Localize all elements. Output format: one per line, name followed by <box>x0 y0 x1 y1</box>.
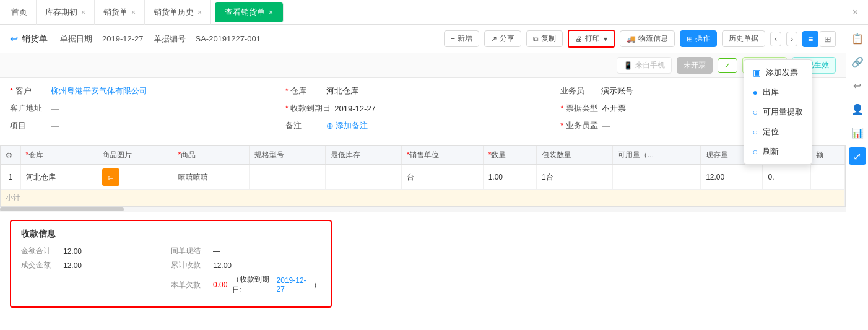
operations-button[interactable]: ⊞ 操作 <box>680 30 717 47</box>
invoice-type-label: 票据类型 <box>560 103 598 114</box>
info-same-order: 同单现结 — <box>171 246 321 256</box>
doc-header: ↩ 销货单 单据日期 2019-12-27 单据编号 SA-20191227-0… <box>0 25 846 53</box>
info-cumulative: 累计收款 12.00 <box>171 260 321 271</box>
row-qty: 1.00 <box>483 165 536 190</box>
doc-date-label: 单据日期 <box>60 33 92 45</box>
th-min-stock: 最低库存 <box>325 146 401 165</box>
info-total-amount: 金额合计 12.00 <box>21 246 171 256</box>
outbound-icon: ● <box>753 87 758 97</box>
sidebar-icon-clipboard[interactable]: 📋 <box>849 30 866 47</box>
note-label: 备注 <box>285 120 323 131</box>
address-value: — <box>51 104 59 113</box>
th-pack-qty: 包装数量 <box>537 146 613 165</box>
scroll-thumb <box>0 207 124 211</box>
not-open-ticket-button[interactable]: 未开票 <box>677 57 713 74</box>
add-note-button[interactable]: ⊕ 添加备注 <box>326 120 368 131</box>
window-close-button[interactable]: × <box>848 7 863 18</box>
doc-date-value: 2019-12-27 <box>102 34 144 43</box>
tab-sales-history-close[interactable]: × <box>197 8 202 17</box>
toolbar-row: 📱 来自手机 未开票 ✓ ✓ 已核销 ✓ 已生效 <box>0 53 846 78</box>
prev-record-button[interactable]: ‹ <box>770 32 781 46</box>
share-button[interactable]: ↗ 分享 <box>484 30 521 47</box>
tab-home[interactable]: 首页 <box>5 0 37 25</box>
new-button[interactable]: + 新增 <box>444 30 479 47</box>
customer-value[interactable]: 柳州粤港平安气体有限公司 <box>51 85 147 97</box>
tab-sales-history[interactable]: 销货单历史 × <box>145 0 211 25</box>
dropdown-refresh[interactable]: ○ 刷新 <box>744 142 812 162</box>
warehouse-label: 仓库 <box>285 85 323 97</box>
form-row-2: 客户地址 — 收款到期日 2019-12-27 票据类型 不开票 <box>10 103 836 114</box>
tab-view-sales-close[interactable]: × <box>269 8 273 17</box>
list-view-button[interactable]: ≡ <box>802 31 818 47</box>
th-unit: *销售单位 <box>401 146 483 165</box>
copy-button[interactable]: ⧉ 复制 <box>526 30 563 47</box>
cumulative-label: 累计收款 <box>171 260 208 271</box>
row-amount <box>811 165 845 190</box>
payment-date-value: 2019-12-27 <box>334 104 376 113</box>
th-settings[interactable]: ⚙ <box>1 146 20 165</box>
th-warehouse: *仓库 <box>20 146 97 165</box>
tab-sales-order-close[interactable]: × <box>131 8 136 17</box>
from-phone-button[interactable]: 📱 来自手机 <box>617 57 672 74</box>
row-product: 嘻嘻嘻嘻 <box>173 165 249 190</box>
warehouse-field: 仓库 河北仓库 <box>285 85 561 97</box>
info-deal-amount: 成交金额 12.00 <box>21 260 171 271</box>
sidebar-icon-return[interactable]: ↩ <box>849 77 866 94</box>
operations-icon: ⊞ <box>687 35 693 43</box>
row-pack-qty: 1台 <box>537 165 613 190</box>
due-note-end: ） <box>313 280 321 290</box>
right-sidebar: 📋 🔗 ↩ 👤 📊 ⤢ <box>846 25 868 330</box>
history-button[interactable]: 历史单据 <box>722 30 765 47</box>
dropdown-locate[interactable]: ○ 定位 <box>744 122 812 142</box>
refresh-icon: ○ <box>753 147 758 157</box>
row-min-stock <box>325 165 401 190</box>
check-button[interactable]: ✓ <box>718 58 737 73</box>
doc-meta: 单据日期 2019-12-27 单据编号 SA-20191227-001 <box>60 33 444 45</box>
th-product-img: 商品图片 <box>97 146 173 165</box>
logistics-button[interactable]: 🚚 物流信息 <box>620 30 675 47</box>
deal-amount-value: 12.00 <box>63 261 82 270</box>
due-note: （收款到期日: <box>232 274 271 295</box>
sidebar-icon-link[interactable]: 🔗 <box>849 53 866 71</box>
info-row-2: 成交金额 12.00 累计收款 12.00 <box>21 260 321 271</box>
sidebar-icon-user[interactable]: 👤 <box>849 100 866 118</box>
row-no: 1 <box>1 165 20 190</box>
same-order-label: 同单现结 <box>171 246 208 256</box>
add-invoice-icon: ▣ <box>753 67 761 77</box>
cumulative-value: 12.00 <box>213 261 232 270</box>
tab-view-sales[interactable]: 查看销货单 × <box>215 2 284 22</box>
data-table-wrapper: ⚙ *仓库 商品图片 *商品 规格型号 最低库存 *销售单位 *数量 包装数量 … <box>0 145 846 207</box>
payment-date-field: 收款到期日 2019-12-27 <box>285 103 561 114</box>
print-button[interactable]: 🖨 打印 ▾ <box>568 30 615 48</box>
share-icon: ↗ <box>491 35 497 43</box>
info-row-3: 本单欠款 0.00 （收款到期日: 2019-12-27 ） <box>21 274 321 295</box>
payment-info-title: 收款信息 <box>21 228 321 240</box>
dropdown-outbound[interactable]: ● 出库 <box>744 82 812 102</box>
table-row: 1 河北仓库 🏷 嘻嘻嘻嘻 台 1.00 1台 <box>1 165 845 190</box>
payment-date-label: 收款到期日 <box>285 103 331 114</box>
scroll-area[interactable] <box>0 207 846 212</box>
table-header-row: ⚙ *仓库 商品图片 *商品 规格型号 最低库存 *销售单位 *数量 包装数量 … <box>1 146 845 165</box>
dropdown-add-invoice[interactable]: ▣ 添加发票 <box>744 63 812 82</box>
due-value: 0.00 <box>213 280 227 289</box>
deal-amount-label: 成交金额 <box>21 260 58 271</box>
plus-icon: + <box>451 35 455 43</box>
invoice-type-value: 不开票 <box>602 103 626 114</box>
row-spec <box>249 165 325 190</box>
form-row-3: 项目 — 备注 ⊕ 添加备注 业务员孟 — <box>10 120 836 131</box>
next-record-button[interactable]: › <box>786 32 797 46</box>
tab-sales-order[interactable]: 销货单 × <box>95 0 145 25</box>
tab-inventory-start[interactable]: 库存期初 × <box>37 0 95 25</box>
employee-value: 演示账号 <box>601 85 633 97</box>
sidebar-icon-chart[interactable]: 📊 <box>849 124 866 141</box>
dropdown-available-qty[interactable]: ○ 可用量提取 <box>744 102 812 122</box>
row-unit: 台 <box>401 165 483 190</box>
total-amount-label: 金额合计 <box>21 246 58 256</box>
due-label: 本单欠款 <box>171 280 208 290</box>
sidebar-icon-expand[interactable]: ⤢ <box>849 147 866 165</box>
grid-view-button[interactable]: ⊞ <box>820 31 836 47</box>
customer-label: 客户 <box>10 85 47 97</box>
subtotal-label: 小计 <box>1 190 845 206</box>
tab-inventory-start-close[interactable]: × <box>81 8 85 17</box>
info-due: 本单欠款 0.00 （收款到期日: 2019-12-27 ） <box>171 274 321 295</box>
